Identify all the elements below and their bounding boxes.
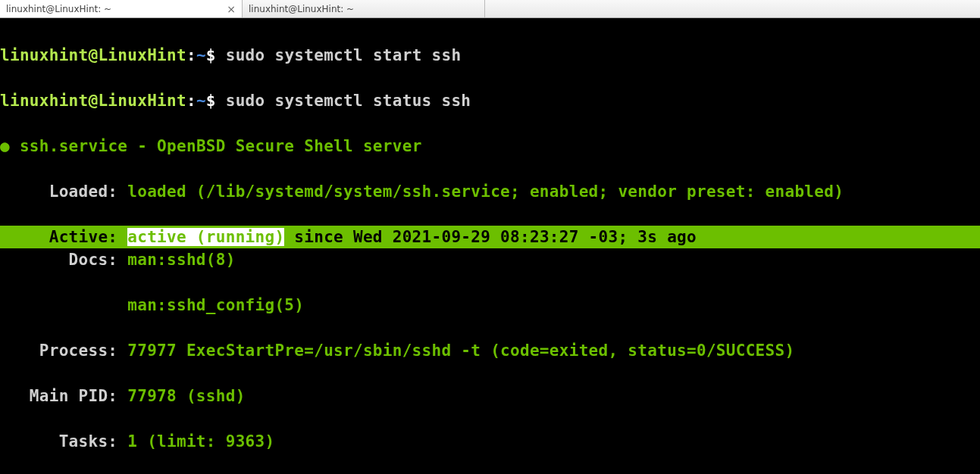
prompt-path: ~ — [196, 46, 206, 64]
active-label: Active: — [0, 228, 127, 246]
prompt-sep: : — [186, 46, 196, 64]
tab-label: linuxhint@LinuxHint: ~ — [249, 4, 354, 14]
prompt-dollar: $ — [206, 92, 216, 110]
tab-terminal-2[interactable]: linuxhint@LinuxHint: ~ — [243, 0, 485, 17]
command-line-1: linuxhint@LinuxHint:~$ sudo systemctl st… — [0, 44, 980, 67]
docs-pad — [0, 296, 127, 314]
mainpid-line: Main PID: 77978 (sshd) — [0, 385, 980, 407]
command-text: sudo systemctl start ssh — [226, 46, 462, 64]
docs-label: Docs: — [0, 251, 127, 269]
command-text: sudo systemctl status ssh — [226, 92, 471, 110]
tasks-label: Tasks: — [0, 432, 127, 451]
terminal-output[interactable]: linuxhint@LinuxHint:~$ sudo systemctl st… — [0, 18, 980, 474]
status-dot-icon: ● — [0, 135, 10, 157]
prompt-dollar: $ — [206, 46, 216, 64]
loaded-value: loaded (/lib/systemd/system/ssh.service;… — [127, 182, 844, 201]
active-since: since Wed 2021-09-29 08:23:27 -03; 3s ag… — [284, 228, 697, 246]
active-line: Active: active (running) since Wed 2021-… — [0, 226, 980, 248]
command-line-2: linuxhint@LinuxHint:~$ sudo systemctl st… — [0, 89, 980, 112]
tasks-line: Tasks: 1 (limit: 9363) — [0, 430, 980, 453]
prompt-user: linuxhint@LinuxHint — [0, 92, 186, 110]
tab-label: linuxhint@LinuxHint: ~ — [6, 4, 111, 14]
loaded-label: Loaded: — [0, 182, 127, 201]
active-state: active (running) — [127, 228, 284, 246]
loaded-line: Loaded: loaded (/lib/systemd/system/ssh.… — [0, 180, 980, 203]
service-name: ssh.service - OpenBSD Secure Shell serve… — [20, 137, 422, 155]
docs-value: man:sshd(8) — [127, 251, 235, 269]
tab-bar: linuxhint@LinuxHint: ~ × linuxhint@Linux… — [0, 0, 980, 18]
docs-line-2: man:sshd_config(5) — [0, 294, 980, 317]
prompt-path: ~ — [196, 92, 206, 110]
process-line: Process: 77977 ExecStartPre=/usr/sbin/ss… — [0, 339, 980, 362]
process-value: 77977 ExecStartPre=/usr/sbin/sshd -t (co… — [127, 341, 794, 360]
tasks-value: 1 (limit: 9363) — [127, 432, 274, 451]
close-icon[interactable]: × — [227, 4, 236, 14]
docs-value: man:sshd_config(5) — [127, 296, 304, 314]
mainpid-value: 77978 (sshd) — [127, 387, 245, 405]
process-label: Process: — [0, 341, 127, 360]
mainpid-label: Main PID: — [0, 387, 127, 405]
service-header: ● ssh.service - OpenBSD Secure Shell ser… — [0, 135, 980, 157]
prompt-user: linuxhint@LinuxHint — [0, 46, 186, 64]
tab-terminal-1[interactable]: linuxhint@LinuxHint: ~ × — [0, 0, 243, 17]
prompt-sep: : — [186, 92, 196, 110]
docs-line-1: Docs: man:sshd(8) — [0, 248, 980, 271]
